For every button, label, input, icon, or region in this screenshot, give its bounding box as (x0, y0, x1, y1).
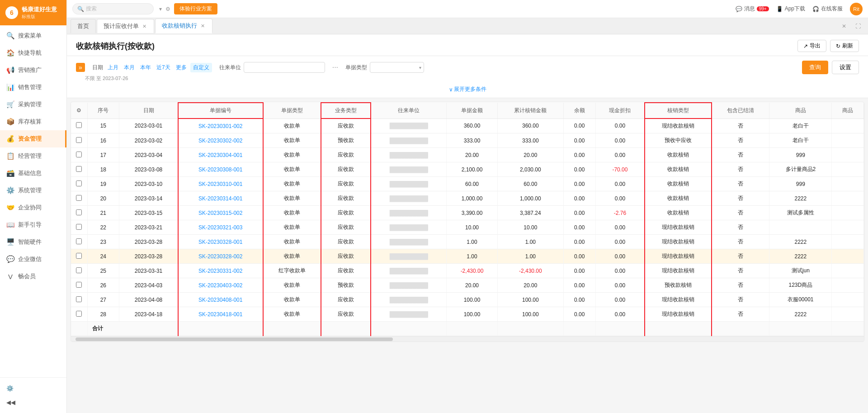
sidebar-item-member[interactable]: V畅会员 (0, 268, 66, 285)
row-checkbox-1[interactable] (76, 137, 82, 143)
dropdown-arrow-icon[interactable]: ▾ (159, 6, 162, 12)
row-checkbox-4[interactable] (76, 180, 82, 186)
date-btn-more[interactable]: 更多 (174, 63, 189, 72)
cell-doc-no-8[interactable]: SK-20230328-001 (178, 235, 263, 249)
cell-doc-no-11[interactable]: SK-20230403-002 (178, 278, 263, 293)
sidebar-item-system[interactable]: ⚙️系统管理 (0, 182, 66, 199)
tab-pending-close[interactable]: ✕ (142, 24, 147, 29)
row-checkbox-13[interactable] (76, 311, 82, 317)
doc-no-link-7[interactable]: SK-20230321-003 (198, 224, 242, 231)
solution-button[interactable]: 体验行业方案 (174, 3, 217, 14)
cell-check-9[interactable] (71, 249, 87, 264)
cell-check-12[interactable] (71, 293, 87, 307)
sidebar-gear[interactable]: ⚙️ (0, 381, 66, 395)
cell-check-13[interactable] (71, 307, 87, 322)
expand-more-btn[interactable]: ∨ 展开更多条件 (449, 85, 486, 93)
horizontal-scrollbar[interactable] (71, 336, 864, 342)
cell-check-8[interactable] (71, 235, 87, 249)
tab-close-all-icon[interactable]: ✕ (838, 21, 850, 31)
doc-no-link-10[interactable]: SK-20230331-002 (198, 268, 242, 274)
doc-no-link-6[interactable]: SK-20230315-002 (198, 210, 242, 216)
cell-check-11[interactable] (71, 278, 87, 293)
doc-no-link-8[interactable]: SK-20230328-001 (198, 239, 242, 245)
doc-no-link-1[interactable]: SK-20230302-002 (198, 138, 242, 144)
cell-check-6[interactable] (71, 206, 87, 220)
row-checkbox-2[interactable] (76, 152, 82, 157)
sidebar-item-quick-nav[interactable]: 🏠快捷导航 (0, 44, 66, 62)
date-btn-this-year[interactable]: 本年 (138, 63, 153, 72)
sidebar-item-search[interactable]: 🔍搜索菜单 (0, 27, 66, 44)
doc-no-link-12[interactable]: SK-20230408-001 (198, 297, 242, 303)
row-checkbox-5[interactable] (76, 195, 82, 201)
tab-receipt[interactable]: 收款核销执行 ✕ (155, 19, 212, 33)
row-checkbox-12[interactable] (76, 296, 82, 302)
doc-no-link-11[interactable]: SK-20230403-002 (198, 282, 242, 289)
sidebar-item-operation[interactable]: 📋经营管理 (0, 147, 66, 165)
doc-no-link-4[interactable]: SK-20230310-001 (198, 181, 242, 187)
partner-input[interactable] (244, 62, 325, 73)
date-btn-custom[interactable]: 自定义 (190, 63, 212, 72)
cell-doc-no-7[interactable]: SK-20230321-003 (178, 220, 263, 235)
doc-no-link-5[interactable]: SK-20230314-001 (198, 195, 242, 202)
tab-receipt-close[interactable]: ✕ (200, 23, 206, 29)
export-button[interactable]: ↗ 导出 (797, 40, 826, 52)
scrollbar-thumb[interactable] (75, 337, 393, 341)
sidebar-item-finance[interactable]: 💰资金管理 (0, 130, 66, 147)
tab-expand-icon[interactable]: ⛶ (852, 21, 864, 31)
cell-doc-no-6[interactable]: SK-20230315-002 (178, 206, 263, 220)
row-checkbox-11[interactable] (76, 282, 82, 288)
column-settings-icon[interactable]: ⚙ (76, 107, 81, 114)
cell-doc-no-12[interactable]: SK-20230408-001 (178, 293, 263, 307)
cell-check-4[interactable] (71, 177, 87, 191)
cell-doc-no-10[interactable]: SK-20230331-002 (178, 264, 263, 278)
date-btn-7days[interactable]: 近7天 (155, 63, 172, 72)
cell-check-2[interactable] (71, 148, 87, 162)
date-btn-this-month[interactable]: 本月 (122, 63, 137, 72)
cell-doc-no-13[interactable]: SK-20230418-001 (178, 307, 263, 322)
row-checkbox-0[interactable] (76, 122, 82, 128)
sidebar-item-purchase[interactable]: 🛒采购管理 (0, 96, 66, 113)
doc-no-link-3[interactable]: SK-20230308-001 (198, 166, 242, 173)
query-button[interactable]: 查询 (802, 61, 828, 74)
row-checkbox-9[interactable] (76, 253, 82, 259)
refresh-button[interactable]: ↻ 刷新 (830, 40, 859, 52)
doc-type-select[interactable] (370, 62, 424, 73)
tab-pending[interactable]: 预计应收付单 ✕ (97, 19, 154, 33)
cell-check-10[interactable] (71, 264, 87, 278)
date-btn-last-month[interactable]: 上月 (106, 63, 120, 72)
cell-check-7[interactable] (71, 220, 87, 235)
settings-button[interactable]: 设置 (832, 61, 859, 74)
message-item[interactable]: 💬 消息 99+ (736, 5, 769, 13)
cell-doc-no-1[interactable]: SK-20230302-002 (178, 133, 263, 148)
doc-no-link-0[interactable]: SK-20230301-002 (198, 123, 242, 129)
sidebar-item-inventory[interactable]: 📦库存核算 (0, 113, 66, 130)
cell-check-0[interactable] (71, 119, 87, 133)
sidebar-item-hardware[interactable]: 🖥️智能硬件 (0, 233, 66, 251)
row-checkbox-8[interactable] (76, 238, 82, 244)
row-checkbox-6[interactable] (76, 209, 82, 215)
tab-home[interactable]: 首页 (71, 19, 96, 33)
th-settings[interactable]: ⚙ (71, 103, 87, 119)
sidebar-item-sales[interactable]: 📊销售管理 (0, 79, 66, 96)
row-checkbox-7[interactable] (76, 224, 82, 230)
doc-no-link-9[interactable]: SK-20230328-002 (198, 253, 242, 260)
cell-check-5[interactable] (71, 191, 87, 206)
user-avatar[interactable]: Rit (850, 3, 863, 15)
cell-doc-no-9[interactable]: SK-20230328-002 (178, 249, 263, 264)
cell-check-3[interactable] (71, 162, 87, 177)
app-download-item[interactable]: 📱 App下载 (776, 5, 805, 13)
sidebar-item-marketing[interactable]: 📢营销推广 (0, 62, 66, 79)
cell-check-1[interactable] (71, 133, 87, 148)
sidebar-item-enterprise[interactable]: 🤝企业协同 (0, 199, 66, 216)
cell-doc-no-0[interactable]: SK-20230301-002 (178, 119, 263, 133)
row-checkbox-10[interactable] (76, 267, 82, 273)
row-checkbox-3[interactable] (76, 166, 82, 172)
sidebar-item-wechat[interactable]: 💬企业微信 (0, 251, 66, 268)
filter-more-dots[interactable]: ··· (332, 63, 338, 71)
sidebar-item-guide[interactable]: 📖新手引导 (0, 216, 66, 233)
cell-doc-no-3[interactable]: SK-20230308-001 (178, 162, 263, 177)
search-box[interactable]: 🔍 搜索 (72, 3, 154, 14)
doc-no-link-13[interactable]: SK-20230418-001 (198, 311, 242, 318)
filter-toggle-btn[interactable]: » (76, 63, 85, 72)
cell-doc-no-5[interactable]: SK-20230314-001 (178, 191, 263, 206)
